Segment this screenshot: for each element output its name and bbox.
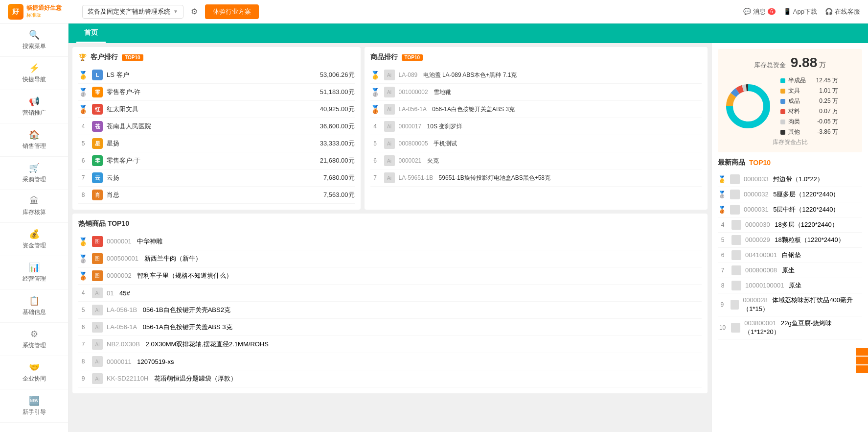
legend-label: 文具 xyxy=(788,87,806,95)
system-select[interactable]: 装备及固定资产辅助管理系统 ▼ xyxy=(82,5,183,19)
rank-item: 🥈 零 零售客户-许 51,183.00元 xyxy=(78,84,355,101)
sidebar-item-quick[interactable]: ⚡ 快捷导航 xyxy=(0,57,68,90)
sidebar-item-guide[interactable]: 🆕 新手引导 xyxy=(0,389,68,423)
new-product-thumb xyxy=(730,205,740,215)
search-icon: 🔍 xyxy=(29,29,40,40)
product-code: 0000017 xyxy=(399,123,422,130)
content-header: 首页 xyxy=(69,24,868,43)
new-product-item: 9 0000028 体域荔核味苏打饮品400毫升（1*15） xyxy=(718,293,862,316)
message-button[interactable]: 💬 消息 6 xyxy=(743,7,776,16)
clipboard-icon: 📋 xyxy=(29,295,40,306)
product-code: LA-59651-1B xyxy=(399,174,434,181)
sidebar-item-marketing[interactable]: 📢 营销推广 xyxy=(0,90,68,123)
product-code: LA-089 xyxy=(399,72,418,78)
avatar: 星 xyxy=(92,138,103,149)
customer-service-button[interactable]: 客服热线 xyxy=(856,348,868,356)
sidebar-item-sales[interactable]: 🏠 销售管理 xyxy=(0,123,68,157)
new-products-top10: TOP10 xyxy=(749,159,771,167)
online-service-button[interactable]: 🎧 在线客服 xyxy=(825,7,860,16)
money-icon: 💰 xyxy=(29,229,40,240)
rank-number: 6 xyxy=(78,157,88,164)
sidebar-item-system[interactable]: ⚙ 系统管理 xyxy=(0,323,68,356)
logo-text: 畅捷通好生意 xyxy=(26,4,62,11)
product-thumb: Ai xyxy=(384,70,395,80)
new-product-info: 0000031 5层中纤（1220*2440） xyxy=(744,205,839,214)
customer-name: LS 客户 xyxy=(107,71,316,79)
new-product-info: 0000028 体域荔核味苏打饮品400毫升（1*15） xyxy=(743,296,862,313)
hot-product-code: 0000002 xyxy=(107,272,132,279)
new-product-code: 004100001 xyxy=(745,251,777,259)
topbar-system: 装备及固定资产辅助管理系统 ▼ ⚙ 体验行业方案 xyxy=(82,4,737,19)
new-product-info: 003800001 22g鱼豆腐-烧烤味（1*12*20） xyxy=(744,319,862,336)
new-product-code: 003800001 xyxy=(744,319,776,327)
rank-number: 7 xyxy=(370,174,380,181)
inventory-total: 库存总资金 9.88 万 xyxy=(724,55,856,71)
sidebar-label-basic: 基础信息 xyxy=(23,308,46,316)
hot-product-item: 5 Ai LA-056-1B 056-1B白色按键开关壳ABS2克 xyxy=(78,302,702,319)
customer-value: 40,925.00元 xyxy=(320,105,355,114)
product-thumbnail: 图 xyxy=(92,236,103,247)
chevron-down-icon: ▼ xyxy=(173,9,178,14)
new-product-code: 0000029 xyxy=(745,236,770,243)
sidebar-item-basic[interactable]: 📋 基础信息 xyxy=(0,289,68,323)
sidebar-item-operations[interactable]: 📊 经营管理 xyxy=(0,256,68,289)
trial-button[interactable]: 体验行业方案 xyxy=(205,4,259,19)
gear-icon[interactable]: ⚙ xyxy=(187,5,201,19)
product-thumbnail: Ai xyxy=(92,356,103,367)
medal-icon: 🥇 xyxy=(370,71,380,80)
product-thumbnail: 图 xyxy=(92,253,103,264)
medal-icon: 🥈 xyxy=(78,254,88,264)
rank-number: 9 xyxy=(718,301,727,308)
hot-products-list: 🥇 图 0000001 中华神雕 🥈 图 000500001 新西兰牛肉（新牛）… xyxy=(78,233,702,387)
trophy-icon: 🏆 xyxy=(78,53,87,61)
new-product-thumb xyxy=(731,300,739,310)
service-community-button[interactable]: 服务社区 xyxy=(856,357,868,364)
legend-color-dot xyxy=(780,120,785,124)
customer-value: 53,006.26元 xyxy=(320,71,355,79)
left-panel: 🏆 客户排行 TOP10 🥇 L LS 客户 53,006.26元 🥈 零 零售… xyxy=(69,43,711,432)
sidebar-label-enterprise: 企业协同 xyxy=(23,375,46,383)
medal-bronze-icon: 🥉 xyxy=(718,206,726,214)
rank-number: 6 xyxy=(718,252,728,259)
sidebar-item-inventory[interactable]: 🏛 库存核算 xyxy=(0,190,68,223)
live-broadcast-button[interactable]: 直播 xyxy=(856,365,868,373)
new-product-thumb xyxy=(731,265,741,275)
new-products-section: 最新商品 TOP10 🥇 0000033 封边带（1.0*22） 🥈 00000… xyxy=(718,158,862,339)
app-download-button[interactable]: 📱 App下载 xyxy=(783,7,817,16)
product-thumbnail: 图 xyxy=(92,270,103,281)
rank-number: 10 xyxy=(718,324,727,331)
hot-product-code: KK-SD22110H xyxy=(107,375,148,382)
hot-product-info: LA-056-1A 056-1A白色按键开关盖ABS 3克 xyxy=(107,323,232,332)
new-product-name: 封边带（1.0*22） xyxy=(773,175,823,183)
new-products-title: 最新商品 xyxy=(718,158,745,167)
new-product-code: 0000030 xyxy=(745,221,770,228)
home-tab[interactable]: 首页 xyxy=(76,24,106,43)
legend-item: 半成品 12.45 万 xyxy=(780,76,838,85)
new-product-name: 原坐 xyxy=(782,266,795,274)
chart-icon: 📊 xyxy=(29,262,40,273)
avatar: 苍 xyxy=(92,121,103,132)
inventory-legend: 半成品 12.45 万 文具 1.01 万 成品 0.25 万 材料 0.07 … xyxy=(780,76,838,136)
sidebar-item-finance[interactable]: 💰 资金管理 xyxy=(0,223,68,256)
customer-name: 肖总 xyxy=(107,191,320,199)
hot-product-code: 0000001 xyxy=(107,238,132,245)
hot-product-name: 花语萌恒温分题罐袋（厚款） xyxy=(154,375,237,382)
legend-value: -3.86 万 xyxy=(809,128,838,136)
logo-icon: 好 xyxy=(8,4,23,20)
sidebar-item-purchase[interactable]: 🛒 采购管理 xyxy=(0,157,68,190)
float-service: 客服热线 服务社区 直播 xyxy=(856,348,868,373)
cart-icon: 🛒 xyxy=(29,163,40,173)
product-code: 0000021 xyxy=(399,157,422,164)
new-product-item: 🥉 0000031 5层中纤（1220*2440） xyxy=(718,202,862,217)
legend-color-dot xyxy=(780,99,785,104)
right-panel: 库存总资金 9.88 万 xyxy=(711,43,868,432)
hot-product-info: 01 45# xyxy=(107,289,130,297)
prod-rank-item: 7 Ai LA-59651-1B 59651-1B旋转投影灯电池盒ABS黑色+5… xyxy=(370,169,702,187)
product-code: 001000002 xyxy=(399,89,428,96)
new-product-item: 8 10000100001 原坐 xyxy=(718,278,862,293)
sidebar-item-enterprise[interactable]: 🤝 企业协同 xyxy=(0,356,68,389)
hot-product-code: NB2.0X30B xyxy=(107,340,140,348)
hot-product-item: 🥈 图 000500001 新西兰牛肉（新牛） xyxy=(78,250,702,267)
sidebar-item-search[interactable]: 🔍 搜索菜单 xyxy=(0,24,68,57)
prod-rank-item: 4 Ai 0000017 10S 变刹罗烊 xyxy=(370,118,702,135)
